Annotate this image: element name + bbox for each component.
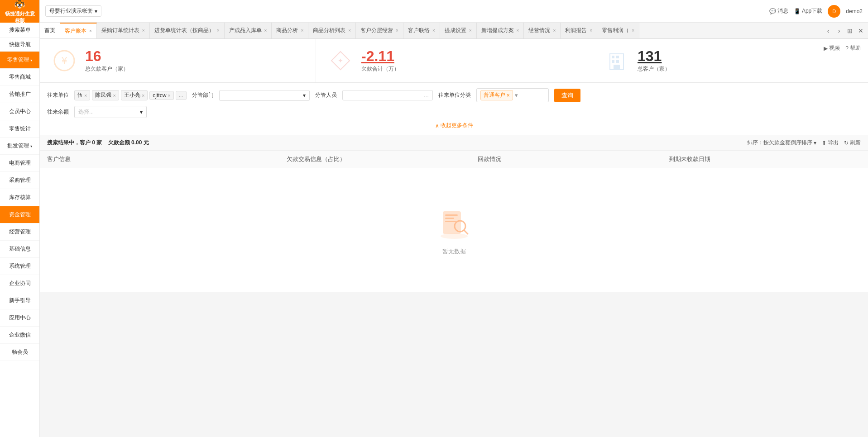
sidebar-item-finance-mgmt[interactable]: 资金管理 xyxy=(0,206,39,223)
tab-prev-btn[interactable]: ‹ xyxy=(824,26,833,35)
refresh-btn[interactable]: ↻ 刷新 xyxy=(844,139,861,147)
result-prefix: 搜索结果中，客户 xyxy=(47,139,91,146)
dept-select[interactable]: ▾ xyxy=(219,90,310,101)
sidebar-item-retail-stats[interactable]: 零售统计 xyxy=(0,120,39,138)
collapse-filter-btn[interactable]: ∧ 收起更多条件 xyxy=(435,122,473,129)
sort-select[interactable]: 排序：按欠款金额倒序排序 ▾ xyxy=(747,139,816,147)
unit-tag-chen[interactable]: 陈民强 × xyxy=(92,90,119,100)
close-icon[interactable]: × xyxy=(217,28,220,33)
tab-new-raise[interactable]: 新增提成方案 × xyxy=(477,23,524,39)
tab-label: 进货单统计表（按商品） xyxy=(154,27,214,34)
sidebar-item-app-center[interactable]: 应用中心 xyxy=(0,309,39,327)
tab-customer-contact[interactable]: 客户联络 × xyxy=(403,23,440,39)
help-btn[interactable]: ? 帮助 xyxy=(845,44,861,52)
close-icon[interactable]: × xyxy=(469,28,472,33)
message-btn[interactable]: 💬 消息 xyxy=(769,7,788,15)
unit-tag-wang[interactable]: 王小亮 × xyxy=(121,90,148,100)
tab-close-all-btn[interactable]: ✕ xyxy=(856,26,865,35)
sidebar-item-wholesale-mgmt[interactable]: 批发管理 ▾ xyxy=(0,138,39,155)
remove-tag-cj[interactable]: × xyxy=(168,93,170,98)
close-icon[interactable]: × xyxy=(553,28,556,33)
sidebar-item-label: 批发管理 xyxy=(7,142,29,149)
svg-rect-13 xyxy=(445,218,454,219)
tab-label: 新增提成方案 xyxy=(481,27,514,34)
unit-class-select[interactable]: 普通客户 × ▾ xyxy=(476,88,549,102)
close-icon[interactable]: × xyxy=(432,28,435,33)
video-btn[interactable]: ▶ 视频 xyxy=(824,44,840,52)
tab-expand-btn[interactable]: ⊞ xyxy=(845,26,854,35)
export-label: 导出 xyxy=(828,139,839,147)
remove-tag-wang[interactable]: × xyxy=(142,93,144,98)
sidebar-item-operations-mgmt[interactable]: 经营管理 xyxy=(0,223,39,241)
user-avatar[interactable]: D xyxy=(828,5,840,18)
empty-text: 暂无数据 xyxy=(442,247,466,256)
tab-goods-analysis[interactable]: 商品分析 × xyxy=(272,23,308,39)
sidebar-item-vip-member[interactable]: 畅会员 xyxy=(0,344,39,361)
tab-product-in[interactable]: 产成品入库单 × xyxy=(225,23,272,39)
sidebar-item-marketing[interactable]: 营销推广 xyxy=(0,86,39,103)
close-icon[interactable]: × xyxy=(396,28,398,33)
tab-purchase-stats[interactable]: 进货单统计表（按商品） × xyxy=(150,23,225,39)
tab-purchase-order[interactable]: 采购订单统计表 × xyxy=(97,23,150,39)
collapse-row: ∧ 收起更多条件 xyxy=(47,122,861,129)
balance-select[interactable]: 选择... ▾ xyxy=(74,106,147,118)
sidebar-item-system-mgmt[interactable]: 系统管理 xyxy=(0,258,39,275)
export-btn[interactable]: ⬆ 导出 xyxy=(822,139,839,147)
balance-filter-label: 往来余额 xyxy=(47,108,69,116)
content-area: ¥ 16 总欠款客户（家） ✦ -2.11 欠款合计（万） xyxy=(40,39,868,437)
sidebar-item-retail-mall[interactable]: 零售商城 xyxy=(0,69,39,86)
sidebar-item-enterprise-collab[interactable]: 企业协同 xyxy=(0,275,39,292)
sidebar-item-ecommerce[interactable]: 电商管理 xyxy=(0,155,39,172)
video-icon: ▶ xyxy=(824,45,828,52)
remove-tag-chen[interactable]: × xyxy=(113,93,115,98)
sidebar-item-retail-mgmt[interactable]: 零售管理 ▾ xyxy=(0,52,39,69)
topbar: 母婴行业演示帐套 ▾ 💬 消息 📱 App下载 D demo2 xyxy=(40,0,868,23)
sidebar-item-purchase[interactable]: 采购管理 xyxy=(0,172,39,189)
tab-next-btn[interactable]: › xyxy=(834,26,844,35)
stat-number-total[interactable]: 131 xyxy=(638,49,670,63)
tab-profit-report[interactable]: 利润报告 × xyxy=(561,23,597,39)
sidebar-item-label: 零售管理 xyxy=(7,57,29,63)
tab-biz-situation[interactable]: 经营情况 × xyxy=(524,23,561,39)
sidebar-item-new-guide[interactable]: 新手引导 xyxy=(0,292,39,309)
remove-tag-wu[interactable]: × xyxy=(84,93,87,98)
stat-block-customers: ¥ 16 总欠款客户（家） xyxy=(40,39,316,82)
sidebar-item-enterprise-wechat[interactable]: 企业微信 xyxy=(0,327,39,344)
tab-raise-settings[interactable]: 提成设置 × xyxy=(440,23,477,39)
result-bar: 搜索结果中，客户 0 家 欠款金额 0.00 元 排序：按欠款金额倒序排序 ▾ … xyxy=(40,135,868,151)
tab-label: 客户联络 xyxy=(408,27,430,34)
tab-retail-profit[interactable]: 零售利润（ × xyxy=(597,23,639,39)
tab-home[interactable]: 首页 xyxy=(40,23,60,39)
tab-label: 提成设置 xyxy=(445,27,466,34)
unit-tag-wu[interactable]: 伍 × xyxy=(74,90,90,100)
remove-unit-class[interactable]: × xyxy=(507,92,510,99)
close-icon[interactable]: × xyxy=(142,28,145,33)
close-icon[interactable]: × xyxy=(89,28,92,33)
sidebar-item-basic-info[interactable]: 基础信息 xyxy=(0,241,39,258)
close-icon[interactable]: × xyxy=(517,28,519,33)
close-icon[interactable]: × xyxy=(632,28,634,33)
sidebar-item-inventory[interactable]: 库存核算 xyxy=(0,189,39,206)
account-selector[interactable]: 母婴行业演示帐套 ▾ xyxy=(45,5,101,17)
app-download-btn[interactable]: 📱 App下载 xyxy=(794,7,822,15)
query-button[interactable]: 查询 xyxy=(554,89,580,102)
stat-number-debt[interactable]: -2.11 xyxy=(361,49,399,63)
person-input[interactable]: ... xyxy=(342,90,433,100)
unit-tag-more[interactable]: ... xyxy=(176,91,187,100)
stat-label-debt: 欠款合计（万） xyxy=(361,65,399,73)
table-header: 客户信息 欠款交易信息（占比） 回款情况 到期未收款日期 xyxy=(40,151,868,168)
close-icon[interactable]: × xyxy=(590,28,592,33)
close-icon[interactable]: × xyxy=(301,28,303,33)
tab-customer-account[interactable]: 客户账本 × xyxy=(60,23,97,39)
tab-goods-analysis-list[interactable]: 商品分析列表 × xyxy=(308,23,356,39)
unit-tag-cj[interactable]: cjttcw × xyxy=(149,91,173,100)
close-icon[interactable]: × xyxy=(264,28,267,33)
col-header-info: 客户信息 xyxy=(47,155,287,163)
tab-customer-segment[interactable]: 客户分层经营 × xyxy=(356,23,403,39)
close-icon[interactable]: × xyxy=(348,28,351,33)
sidebar-item-search[interactable]: 搜索菜单 xyxy=(0,23,39,38)
sidebar-item-member-center[interactable]: 会员中心 xyxy=(0,103,39,120)
sidebar-item-quick-nav[interactable]: 快捷导航 xyxy=(0,38,39,52)
chevron-down-icon: ▾ xyxy=(30,58,32,62)
unit-filter-label: 往来单位 xyxy=(47,91,69,99)
